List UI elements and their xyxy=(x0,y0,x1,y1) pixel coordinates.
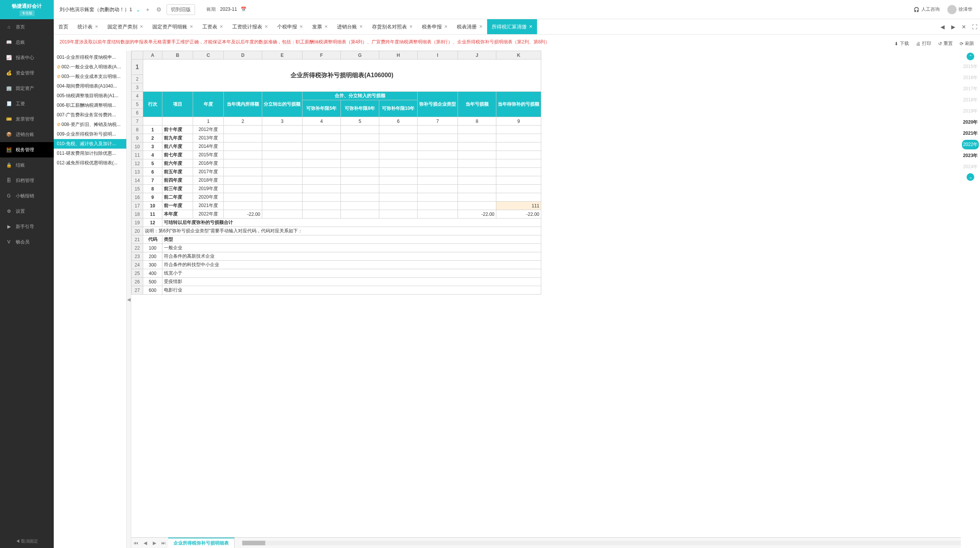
account-selector: 刘小艳演示账套（勿删勿动！）1 ⌄ + ⚙ 切到旧版 xyxy=(54,4,201,15)
logo-sub: 专业版 xyxy=(20,10,35,16)
period-label: 账期 xyxy=(207,7,216,12)
user-menu[interactable]: 徐泽华 xyxy=(947,5,972,14)
period: 账期 2023-11 📅 xyxy=(207,6,246,13)
avatar-icon xyxy=(947,5,957,14)
plus-icon[interactable]: + xyxy=(146,6,149,13)
old-version-button[interactable]: 切到旧版 xyxy=(167,4,195,15)
account-name[interactable]: 刘小艳演示账套（勿删勿动！）1 xyxy=(59,6,132,13)
help-link[interactable]: 🎧 人工咨询 xyxy=(914,6,940,13)
logo-text: 畅捷通好会计 xyxy=(12,3,42,10)
logo: 畅捷通好会计 专业版 xyxy=(0,0,54,19)
chevron-down-icon[interactable]: ⌄ xyxy=(136,7,140,13)
calendar-icon[interactable]: 📅 xyxy=(241,7,246,12)
top-bar: 畅捷通好会计 专业版 刘小艳演示账套（勿删勿动！）1 ⌄ + ⚙ 切到旧版 账期… xyxy=(0,0,980,19)
help-label: 人工咨询 xyxy=(921,6,940,13)
headset-icon: 🎧 xyxy=(914,7,919,12)
user-name: 徐泽华 xyxy=(959,6,972,13)
gear-icon[interactable]: ⚙ xyxy=(156,6,161,13)
period-value[interactable]: 2023-11 xyxy=(220,7,237,12)
